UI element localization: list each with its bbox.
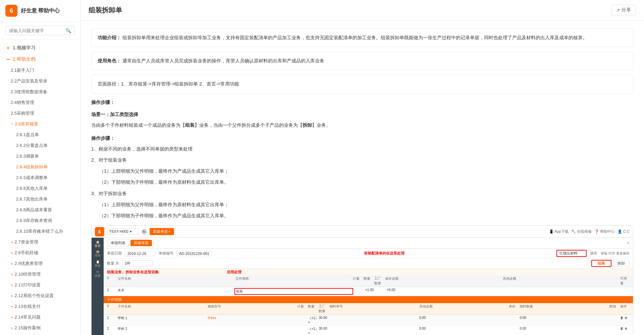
fake-th-qty: 数量 bbox=[364, 276, 373, 286]
sidebar-item-purchase[interactable]: 2.5采购管理 bbox=[0, 108, 80, 119]
fake-app-icon: 6 bbox=[95, 227, 104, 236]
app-logo-text: 好生意 帮助中心 bbox=[21, 7, 60, 14]
fake-th-avail: 可用量 bbox=[620, 276, 630, 286]
role-text: 通常由生产人员或库管人员完成拆装业务的操作，库管人员确认原材料的出库和产成品的入… bbox=[122, 58, 324, 63]
fake-icon-group: 📱 App下载 🔧 在线维修 ❓ 帮助中心 👤 C.C bbox=[549, 229, 630, 234]
sidebar-item-split[interactable]: 2.6.2分量盘点单 bbox=[0, 140, 80, 151]
share-icon: ↗ bbox=[616, 8, 620, 13]
sidebar-item-finance[interactable]: +2.7资金管理 bbox=[0, 237, 80, 247]
fake-app-body: 🏠首页 📦库存 📋单据 ⚙设置 单据列表 新建单据 ✕ bbox=[92, 238, 633, 335]
fake-screenshot: 6 TEST-H002 ▾ ↻ 新建单据 + 📱 App下载 🔧 在线维修 ❓ … bbox=[92, 226, 633, 335]
func-intro-text: 组装拆卸单用来处理企业组装或拆卸等加工业务，支持有固定装配清单的产品加工业务，也… bbox=[122, 35, 587, 40]
sidebar: 6 好生意 帮助中心 🔍 + 1.视频学习 − 2.帮助文档 2.1新手入门 2… bbox=[0, 0, 80, 335]
search-box[interactable]: 🔍 bbox=[5, 26, 75, 35]
fake-th-factory-qty: 工厂数量 bbox=[374, 276, 384, 286]
fake-annotation2-label: 组装业务、拆卸业务在这里切换 bbox=[107, 270, 159, 274]
sidebar-item-video[interactable]: + 1.视频学习 bbox=[0, 42, 80, 54]
sidebar-item-stock-check[interactable]: 2.6.9库存账本查询 bbox=[0, 215, 80, 226]
sidebar-item-ops[interactable]: +2.10经营管理 bbox=[0, 269, 80, 280]
fake-repair-icon: 🔧 在线维修 bbox=[571, 229, 592, 234]
ops-heading: 操作步骤： bbox=[91, 100, 633, 106]
func-intro-label: 功能介绍： bbox=[98, 35, 121, 40]
page-title: 组装拆卸单 bbox=[89, 6, 122, 15]
fake-fields-row: 单据日期 2019-12-26 单据编号 AD-20191226-001 有装配… bbox=[104, 248, 633, 259]
inventory-minus-icon: − bbox=[11, 121, 13, 126]
fake-company-select: TEST-H002 ▾ bbox=[107, 228, 139, 235]
search-area: 🔍 bbox=[0, 22, 80, 40]
fake-th-cost: 成本金额 bbox=[385, 276, 501, 286]
fake-date-label: 单据日期 bbox=[107, 251, 122, 256]
sidebar-item-data-prep[interactable]: 2.3使用前数据准备 bbox=[0, 87, 80, 97]
fake-type-input: 引领出材料 bbox=[556, 250, 587, 257]
sidebar-item-install[interactable]: 2.2产品安装及登录 bbox=[0, 76, 80, 87]
sidebar-item-faq[interactable]: +2.14常见问题 bbox=[0, 312, 80, 323]
sidebar-item-cases[interactable]: +2.15操作案例 bbox=[0, 323, 80, 333]
sidebar-item-custom[interactable]: +2.12系统个性化设置 bbox=[0, 290, 80, 301]
fake-left-nav: 🏠首页 📦库存 📋单据 ⚙设置 bbox=[92, 238, 104, 335]
step2-sub2-text: （2）下部明细为子件明细，最终作为原材料生成其它出库单。 bbox=[91, 178, 633, 186]
fake-th-name: 父件名称 bbox=[118, 276, 234, 286]
sidebar-item-assembly[interactable]: 2.6.4组装拆卸单 bbox=[0, 162, 80, 172]
role-box: 使用角色： 通常由生产人员或库管人员完成拆装业务的操作，库管人员确认原材料的出库… bbox=[91, 52, 633, 70]
share-button[interactable]: ↗ 分享 bbox=[611, 5, 636, 15]
sidebar-item-other-in[interactable]: 2.6.6其他入库单 bbox=[0, 183, 80, 194]
fake-billno-label: 单据编号 bbox=[159, 251, 173, 256]
fake-assy-type: 组装 bbox=[591, 260, 611, 267]
sidebar-item-new-user[interactable]: 2.1新手入门 bbox=[0, 65, 80, 76]
scene1-heading: 场景一：加工类型选择 bbox=[91, 112, 633, 118]
fake-help-icon: ❓ 帮助中心 bbox=[594, 229, 615, 234]
fake-nav-item1: 🏠首页 bbox=[95, 240, 101, 248]
sidebar-item-other-out[interactable]: 2.6.7其他出库单 bbox=[0, 194, 80, 205]
path-text: 页面路径：1、库存核算->库存管理->组装拆卸单 2、首页->常用功能 bbox=[98, 81, 239, 87]
fake-user-icon: 👤 C.C bbox=[618, 229, 630, 234]
sidebar-item-coupon[interactable]: +2.9优惠券管理 bbox=[0, 258, 80, 269]
sidebar-item-adjust[interactable]: 2.6.3调拨单 bbox=[0, 151, 80, 162]
fake-fields-row2: 数量 共 2件 组装 拆卸 bbox=[104, 259, 633, 269]
sidebar-item-cost-adjust[interactable]: 2.6.5成本调整单 bbox=[0, 172, 80, 183]
sidebar-item-payment[interactable]: +2.13在线支付 bbox=[0, 301, 80, 312]
fake-type-area: 组装 拆卸 bbox=[591, 260, 630, 267]
fake-billno-input: AD-20191226-001 bbox=[177, 251, 212, 256]
fake-nav-item2: 📦库存 bbox=[95, 250, 101, 258]
fake-lower-row2: 2 甲料 2 （×1）× 30.00 0.00 0.00 🗑 ⊕ bbox=[104, 326, 633, 335]
scene1-desc: 当由多个子件材料组装成一个成品的业务为【组装】业务，当由一个父件拆分成多个子产品… bbox=[91, 121, 633, 129]
fake-date-input: 2019-12-26 bbox=[125, 251, 155, 256]
step3-text: 3、对于拆卸业务 bbox=[91, 189, 633, 198]
sidebar-item-inventory[interactable]: − 2.6库存核算 bbox=[0, 119, 80, 129]
app-logo-icon: 6 bbox=[5, 5, 17, 17]
step1-text: 1、根据不同的业务，选择不同单据的类型来处理 bbox=[91, 145, 633, 153]
fake-main-content: 单据列表 新建单据 ✕ 单据日期 2019-12-26 单据编号 AD-2019… bbox=[104, 238, 633, 335]
sidebar-item-docs[interactable]: − 2.帮助文档 bbox=[0, 54, 80, 65]
sidebar-item-print[interactable]: +2.11打印设置 bbox=[0, 280, 80, 290]
fake-new-bill-btn: 新建单据 + bbox=[150, 228, 174, 235]
fake-nav-item3: 📋单据 bbox=[95, 260, 101, 268]
step3-sub1-text: （1）上部明细为父件明细，最终作为原材料生成其它出库单； bbox=[91, 201, 633, 209]
fake-ops-label: 操作 bbox=[590, 251, 597, 256]
fake-th-num: # bbox=[107, 276, 116, 286]
fake-tab-new: 新建单据 bbox=[130, 240, 152, 246]
fake-annotation3-label: 启用处理 bbox=[227, 270, 241, 274]
sidebar-item-stocktake[interactable]: 2.6.1盘点单 bbox=[0, 129, 80, 140]
fake-nav-item4: ⚙设置 bbox=[95, 270, 101, 278]
fake-count-label: 数量 共 bbox=[107, 261, 119, 266]
fake-th-unit: 计量 bbox=[353, 276, 362, 286]
fake-count-input: 2件 bbox=[122, 260, 153, 267]
sidebar-item-mobile[interactable]: +2.8手机旺铺 bbox=[0, 247, 80, 258]
search-icon[interactable]: 🔍 bbox=[65, 28, 71, 33]
step2-text: 2、对于组装业务 bbox=[91, 156, 633, 164]
fake-tab-list: 单据列表 bbox=[107, 239, 129, 246]
fake-th-other: 其他金额 bbox=[503, 276, 619, 286]
sidebar-item-cost-calc[interactable]: 2.6.8商品成本重算 bbox=[0, 205, 80, 215]
path-box: 页面路径：1、库存核算->库存管理->组装拆卸单 2、首页->常用功能 bbox=[91, 75, 633, 93]
nav-tree: + 1.视频学习 − 2.帮助文档 2.1新手入门 2.2产品安装及登录 2.3… bbox=[0, 40, 80, 335]
logo-area: 6 好生意 帮助中心 bbox=[0, 0, 80, 22]
fake-upper-row1: 1 木木 组装 ×1.00 ×9.00 bbox=[104, 287, 633, 296]
sidebar-item-sales[interactable]: 2.4销售管理 bbox=[0, 97, 80, 108]
sidebar-item-account-err[interactable]: 2.6.10库存账本错了么办 bbox=[0, 226, 80, 237]
step2-sub1-text: （1）上部明细为父件明细，最终作为产成品生成其它入库单； bbox=[91, 167, 633, 175]
fake-annotation1-area: 有装配清单的在这里处理 bbox=[215, 251, 553, 256]
role-label: 使用角色： bbox=[98, 58, 121, 63]
fake-refresh-icon: ↻ bbox=[142, 229, 147, 234]
search-input[interactable] bbox=[9, 28, 65, 33]
fake-tabs: 单据列表 新建单据 ✕ bbox=[104, 238, 633, 248]
